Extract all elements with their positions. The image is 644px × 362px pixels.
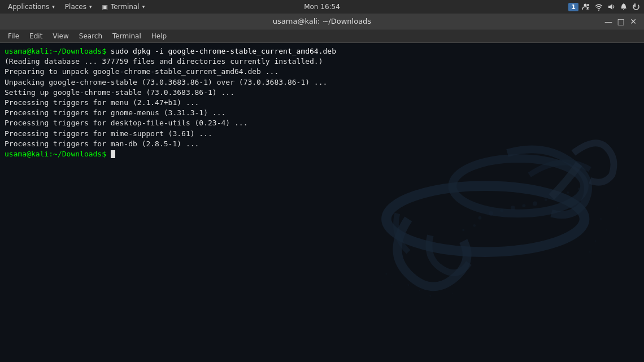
menu-search[interactable]: Search bbox=[75, 31, 107, 41]
svg-point-18 bbox=[600, 218, 602, 220]
line-1: usama@kali:~/Downloads$ sudo dpkg -i goo… bbox=[5, 46, 639, 56]
terminal-lines: usama@kali:~/Downloads$ sudo dpkg -i goo… bbox=[5, 46, 639, 159]
svg-point-7 bbox=[501, 209, 504, 212]
svg-point-16 bbox=[567, 191, 569, 194]
svg-point-5 bbox=[452, 159, 585, 213]
power-icon bbox=[632, 2, 641, 11]
system-clock: Mon 16:54 bbox=[304, 3, 340, 11]
svg-point-14 bbox=[545, 198, 547, 201]
svg-point-13 bbox=[473, 224, 476, 227]
applications-chevron: ▾ bbox=[52, 4, 55, 10]
prompt-1: usama@kali:~/Downloads$ bbox=[5, 47, 111, 55]
terminal-cursor bbox=[111, 150, 115, 158]
svg-point-28 bbox=[391, 285, 393, 286]
svg-point-0 bbox=[584, 4, 587, 7]
line-6: Processing triggers for menu (2.1.47+b1)… bbox=[5, 98, 639, 108]
svg-point-6 bbox=[489, 211, 493, 216]
users-icon bbox=[582, 2, 591, 11]
svg-point-25 bbox=[429, 295, 431, 297]
places-chevron: ▾ bbox=[89, 4, 92, 10]
wifi-icon bbox=[594, 2, 603, 11]
minimize-button[interactable]: — bbox=[603, 16, 613, 27]
system-bar-left: Applications ▾ Places ▾ ▣ Terminal ▾ bbox=[3, 2, 149, 12]
terminal-content[interactable]: usama@kali:~/Downloads$ sudo dpkg -i goo… bbox=[0, 43, 644, 362]
terminal-title: usama@kali: ~/Downloads bbox=[273, 17, 371, 25]
svg-point-19 bbox=[606, 229, 607, 230]
svg-point-23 bbox=[407, 284, 409, 286]
prompt-2: usama@kali:~/Downloads$ bbox=[5, 150, 111, 158]
workspace-badge[interactable]: 1 bbox=[568, 3, 578, 11]
system-bar: Applications ▾ Places ▾ ▣ Terminal ▾ Mon… bbox=[0, 0, 644, 14]
maximize-button[interactable]: □ bbox=[616, 16, 626, 27]
system-tray: 1 bbox=[568, 2, 641, 11]
line-9: Processing triggers for mime-support (3.… bbox=[5, 129, 639, 139]
menu-file[interactable]: File bbox=[3, 31, 24, 41]
svg-point-20 bbox=[595, 240, 597, 242]
terminal-icon: ▣ bbox=[102, 3, 108, 11]
terminal-window: usama@kali: ~/Downloads — □ ✕ File Edit … bbox=[0, 14, 644, 362]
menu-terminal[interactable]: Terminal bbox=[108, 31, 146, 41]
svg-point-1 bbox=[587, 4, 589, 6]
svg-point-2 bbox=[598, 10, 599, 11]
terminal-chevron: ▾ bbox=[142, 4, 145, 10]
svg-point-12 bbox=[462, 229, 464, 231]
svg-point-11 bbox=[533, 202, 537, 206]
applications-menu[interactable]: Applications ▾ bbox=[3, 2, 59, 12]
line-11: usama@kali:~/Downloads$ bbox=[5, 149, 639, 159]
svg-point-10 bbox=[522, 204, 525, 207]
terminal-controls: — □ ✕ bbox=[603, 16, 638, 27]
svg-point-4 bbox=[386, 186, 585, 252]
svg-point-27 bbox=[385, 273, 387, 275]
svg-point-9 bbox=[478, 216, 482, 220]
places-menu[interactable]: Places ▾ bbox=[60, 2, 97, 12]
svg-point-17 bbox=[578, 187, 580, 190]
svg-point-24 bbox=[419, 290, 420, 291]
svg-point-21 bbox=[617, 207, 618, 208]
menu-help[interactable]: Help bbox=[147, 31, 171, 41]
volume-icon bbox=[607, 2, 616, 11]
line-10: Processing triggers for man-db (2.8.5-1)… bbox=[5, 139, 639, 149]
terminal-menubar: File Edit View Search Terminal Help bbox=[0, 29, 644, 43]
line-5: Setting up google-chrome-stable (73.0.36… bbox=[5, 88, 639, 98]
close-button[interactable]: ✕ bbox=[628, 16, 638, 27]
terminal-titlebar: usama@kali: ~/Downloads — □ ✕ bbox=[0, 14, 644, 29]
svg-point-22 bbox=[589, 251, 591, 253]
svg-marker-3 bbox=[608, 4, 612, 10]
line-3: Preparing to unpack google-chrome-stable… bbox=[5, 67, 639, 77]
svg-point-15 bbox=[556, 195, 558, 197]
line-4: Unpacking google-chrome-stable (73.0.368… bbox=[5, 77, 639, 88]
svg-point-8 bbox=[511, 206, 515, 210]
terminal-app-menu[interactable]: ▣ Terminal ▾ bbox=[98, 2, 150, 12]
menu-view[interactable]: View bbox=[48, 31, 73, 41]
line-7: Processing triggers for gnome-menus (3.3… bbox=[5, 108, 639, 118]
menu-edit[interactable]: Edit bbox=[25, 31, 47, 41]
line-8: Processing triggers for desktop-file-uti… bbox=[5, 118, 639, 128]
command-1: sudo dpkg -i google-chrome-stable_curren… bbox=[111, 47, 336, 55]
line-2: (Reading database ... 377759 files and d… bbox=[5, 56, 639, 67]
svg-point-26 bbox=[452, 293, 453, 294]
notifications-icon bbox=[619, 2, 628, 11]
